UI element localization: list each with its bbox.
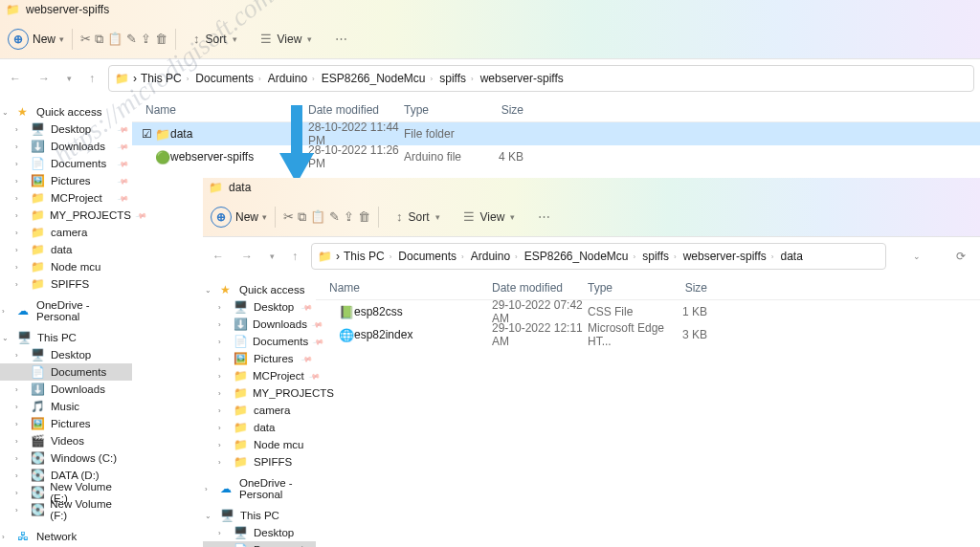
breadcrumb[interactable]: Arduino›	[268, 72, 318, 85]
more-button[interactable]: ⋯	[325, 28, 357, 50]
chevron-down-icon: ▾	[262, 212, 267, 222]
sidebar-item[interactable]: ›🖥️Desktop	[203, 524, 316, 541]
up-button[interactable]: ↑	[288, 246, 301, 267]
paste-icon[interactable]: 📋	[310, 209, 325, 224]
sidebar-item[interactable]: ›📁Node mcu	[203, 436, 316, 453]
more-button[interactable]: ⋯	[528, 206, 560, 228]
titlebar[interactable]: 📁 data	[203, 178, 980, 197]
breadcrumb[interactable]: This PC›	[344, 250, 394, 263]
new-button[interactable]: ⊕	[8, 29, 29, 50]
sort-button[interactable]: ↕Sort▾	[387, 206, 450, 228]
rename-icon[interactable]: ✎	[126, 32, 137, 46]
breadcrumb[interactable]: Arduino›	[471, 250, 521, 263]
breadcrumb[interactable]: Documents›	[195, 72, 263, 85]
share-icon[interactable]: ⇪	[141, 32, 151, 46]
sidebar-item[interactable]: ›📄Documents📌	[203, 333, 316, 350]
column-headers: Name Date modified Type Size	[132, 98, 980, 122]
copy-icon[interactable]: ⧉	[298, 209, 306, 225]
new-button[interactable]: ⊕	[211, 207, 232, 228]
sidebar-item[interactable]: ›⬇️Downloads📌	[203, 316, 316, 333]
sidebar-item[interactable]: ›🖼️Pictures📌	[0, 172, 132, 189]
sidebar-item[interactable]: ›🖥️Desktop	[0, 346, 132, 363]
sidebar-item[interactable]: ›📁data	[0, 241, 132, 258]
nav-row: ← → ▾ ↑ 📁› This PC› Documents› Arduino› …	[0, 59, 980, 98]
breadcrumb[interactable]: data	[780, 250, 802, 263]
new-label: New	[235, 210, 258, 224]
column-type[interactable]: Type	[588, 281, 669, 295]
breadcrumb[interactable]: Documents›	[398, 250, 466, 263]
refresh-button[interactable]: ⟳	[947, 243, 974, 270]
address-bar[interactable]: 📁› This PC› Documents› Arduino› ESP8266_…	[311, 243, 886, 270]
rename-icon[interactable]: ✎	[329, 209, 340, 224]
column-size[interactable]: Size	[669, 281, 707, 295]
forward-button[interactable]: →	[237, 246, 256, 267]
breadcrumb[interactable]: ESP8266_NodeMcu›	[524, 250, 638, 263]
file-row[interactable]: 🌐esp82index29-10-2022 12:11 AMMicrosoft …	[316, 323, 980, 346]
sidebar-item[interactable]: ›🖥️Desktop📌	[0, 120, 132, 138]
sidebar-item[interactable]: ›📁MY_PROJECTS📌	[0, 207, 132, 224]
share-icon[interactable]: ⇪	[344, 209, 354, 224]
sidebar-item[interactable]: ›📁MCProject📌	[0, 189, 132, 207]
sidebar-item[interactable]: ›📁MY_PROJECTS	[203, 384, 316, 402]
copy-icon[interactable]: ⧉	[95, 32, 103, 47]
breadcrumb[interactable]: spiffs›	[439, 72, 476, 85]
sidebar-item[interactable]: ›💽New Volume (F:)	[0, 501, 132, 518]
back-button[interactable]: ←	[209, 246, 228, 267]
delete-icon[interactable]: 🗑	[155, 32, 167, 46]
back-button[interactable]: ←	[6, 68, 25, 89]
column-date[interactable]: Date modified	[308, 103, 404, 117]
sidebar-item[interactable]: ›🖥️Desktop📌	[203, 298, 316, 316]
sidebar-onedrive[interactable]: ›☁OneDrive - Personal	[203, 480, 316, 497]
sidebar-item[interactable]: ›📁camera	[203, 402, 316, 419]
delete-icon[interactable]: 🗑	[358, 209, 370, 224]
sidebar-item[interactable]: ›⬇️Downloads📌	[0, 138, 132, 155]
breadcrumb[interactable]: ESP8266_NodeMcu›	[322, 72, 435, 85]
cut-icon[interactable]: ✂	[283, 209, 294, 224]
sidebar-item[interactable]: ›📁camera	[0, 224, 132, 241]
column-size[interactable]: Size	[485, 103, 523, 117]
sidebar-item[interactable]: ›🎵Music	[0, 398, 132, 415]
sidebar-item[interactable]: 📄Documents	[0, 363, 132, 381]
chevron-down-icon[interactable]: ⌄	[903, 243, 930, 270]
column-type[interactable]: Type	[404, 103, 485, 117]
sidebar-item[interactable]: ›📁data	[203, 419, 316, 436]
file-row[interactable]: ☑📁data28-10-2022 11:44 PMFile folder	[132, 122, 980, 145]
column-date[interactable]: Date modified	[492, 281, 588, 295]
forward-button[interactable]: →	[34, 68, 54, 89]
sidebar-item[interactable]: ›📁SPIFFS	[203, 453, 316, 470]
breadcrumb[interactable]: This PC›	[141, 72, 191, 85]
sidebar-quick-access[interactable]: ⌄★Quick access	[203, 281, 316, 298]
breadcrumb[interactable]: webserver-spiffs	[480, 72, 564, 85]
titlebar[interactable]: 📁 webserver-spiffs	[0, 0, 980, 19]
sidebar-thispc[interactable]: ⌄🖥️This PC	[0, 329, 132, 346]
sidebar-item[interactable]: ›🎬Videos	[0, 432, 132, 449]
column-name[interactable]: Name	[329, 281, 492, 295]
sidebar-quick-access[interactable]: ⌄★Quick access	[0, 103, 132, 120]
breadcrumb[interactable]: webserver-spiffs›	[683, 250, 777, 263]
file-row[interactable]: 📗esp82css29-10-2022 07:42 AMCSS File1 KB	[316, 300, 980, 323]
sidebar-item[interactable]: ›💽Windows (C:)	[0, 449, 132, 467]
paste-icon[interactable]: 📋	[107, 32, 122, 46]
sidebar-network[interactable]: ›🖧Network	[0, 528, 132, 545]
history-button[interactable]: ▾	[63, 70, 76, 87]
sidebar-item[interactable]: ›📄Documents📌	[0, 155, 132, 172]
view-button[interactable]: ☰View▾	[251, 28, 323, 50]
history-button[interactable]: ▾	[266, 248, 278, 265]
sort-button[interactable]: ↕Sort▾	[184, 28, 247, 50]
file-row[interactable]: 🟢webserver-spiffs28-10-2022 11:26 PMArdu…	[132, 145, 980, 168]
up-button[interactable]: ↑	[85, 68, 99, 89]
sidebar-item[interactable]: ›📁SPIFFS	[0, 275, 132, 293]
sidebar-item[interactable]: ›🖼️Pictures	[0, 415, 132, 432]
breadcrumb[interactable]: spiffs›	[642, 250, 679, 263]
file-pane: Name Date modified Type Size 📗esp82css29…	[316, 275, 980, 547]
view-button[interactable]: ☰View▾	[454, 206, 525, 228]
sidebar-item[interactable]: ›🖼️Pictures📌	[203, 350, 316, 367]
sidebar-item[interactable]: ›📁Node mcu	[0, 258, 132, 275]
sidebar-item[interactable]: ›⬇️Downloads	[0, 381, 132, 398]
sidebar-item[interactable]: ›📁MCProject📌	[203, 367, 316, 384]
address-bar[interactable]: 📁› This PC› Documents› Arduino› ESP8266_…	[108, 65, 974, 92]
sidebar-onedrive[interactable]: ›☁OneDrive - Personal	[0, 302, 132, 319]
cut-icon[interactable]: ✂	[80, 32, 91, 46]
sidebar-item[interactable]: 📄Documents	[203, 541, 316, 547]
sidebar-thispc[interactable]: ⌄🖥️This PC	[203, 507, 316, 524]
